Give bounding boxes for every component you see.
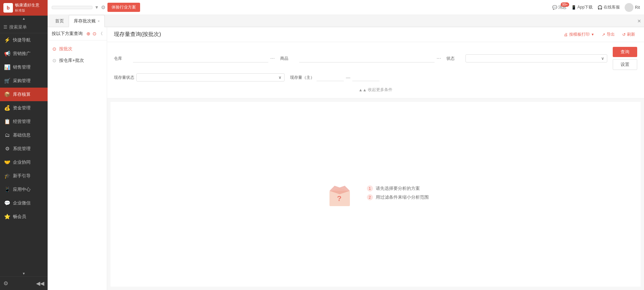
sidebar-item-sales[interactable]: 📊 销售管理 — [0, 60, 48, 74]
product-picker-btn[interactable]: ··· — [437, 55, 441, 61]
app-name: 畅康通好生意 — [15, 3, 39, 8]
scheme-active-icon: ⊙ — [52, 46, 56, 52]
product-input[interactable] — [299, 55, 435, 62]
refresh-btn[interactable]: ↺ 刷新 — [620, 31, 637, 38]
collapse-icon: ▲▲ — [359, 88, 367, 92]
collapse-more-conditions-btn[interactable]: ▲▲ 收起更多条件 — [114, 85, 637, 95]
filter-schemes-header: 按以下方案查询 ⊕ ⊙ 《 — [48, 27, 107, 40]
export-btn[interactable]: ↗ 导出 — [600, 31, 617, 38]
stock-qty-filter-group: 现存量（主） — — [290, 74, 461, 81]
empty-state: ? 1 请先选择要分析的方案 2 用过滤条件来缩小分析范围 — [111, 102, 641, 287]
warehouse-input[interactable] — [133, 55, 268, 62]
topbar-dropdown-icon[interactable]: ▼ — [95, 5, 99, 10]
message-icon: 💬 — [552, 5, 557, 10]
scheme-inactive-icon: ⊙ — [52, 58, 56, 63]
sidebar-item-label: 库存核算 — [13, 91, 31, 97]
tabs-bar: 首页 库存批次账 × ✕ — [48, 15, 644, 27]
sidebar-item-label: 经营管理 — [13, 119, 31, 125]
step-1-text: 请先选择要分析的方案 — [376, 185, 420, 192]
sidebar-item-system[interactable]: ⚙ 系统管理 — [0, 142, 48, 156]
sidebar-item-basic[interactable]: 🗂 基础信息 — [0, 128, 48, 142]
sidebar-item-label: 采购管理 — [13, 78, 31, 84]
user-menu[interactable]: Rit — [625, 3, 640, 12]
operations-icon: 📋 — [4, 119, 10, 125]
sidebar-item-operations[interactable]: 📋 经营管理 — [0, 115, 48, 128]
sidebar-item-newbie[interactable]: 🎓 新手引导 — [0, 169, 48, 183]
content-area: 按以下方案查询 ⊕ ⊙ 《 ⊙ 按批次 ⊙ 按仓库+批次 — [48, 27, 644, 290]
export-icon: ↗ — [602, 32, 605, 37]
empty-step-2: 2 用过滤条件来缩小分析范围 — [367, 194, 429, 200]
app-download-btn[interactable]: 📱 App下载 — [571, 4, 593, 10]
chevron-down-icon: ∨ — [278, 75, 282, 80]
filter-scheme-item-batch[interactable]: ⊙ 按批次 — [48, 43, 107, 55]
online-service-label: 在线客服 — [604, 4, 620, 10]
sidebar-item-marketing[interactable]: 📢 营销推广 — [0, 47, 48, 60]
query-btn[interactable]: 查询 — [613, 47, 637, 57]
experience-btn[interactable]: 体验行业方案 — [107, 3, 140, 12]
phone-icon: 📱 — [571, 5, 576, 10]
sidebar-item-label: 销售管理 — [13, 64, 31, 70]
scheme-settings-btn[interactable]: ⊙ — [92, 31, 97, 36]
sidebar-item-label: 快捷导航 — [13, 37, 31, 43]
warehouse-label: 仓库 — [114, 56, 131, 61]
topbar-search-input[interactable] — [52, 6, 92, 9]
empty-illustration: ? — [323, 177, 357, 211]
product-label: 商品 — [280, 56, 297, 61]
print-template-btn[interactable]: 🖨 按模板打印 ▼ — [562, 31, 596, 38]
sidebar-header: b 畅康通好生意 标准版 — [0, 0, 48, 16]
messages-btn[interactable]: 💬 消息 99+ — [552, 4, 566, 10]
svg-text:?: ? — [337, 194, 341, 203]
warehouse-picker-btn[interactable]: ··· — [270, 55, 275, 61]
sidebar-item-apps[interactable]: 📱 应用中心 — [0, 183, 48, 196]
newbie-icon: 🎓 — [4, 173, 10, 179]
tab-home-label: 首页 — [55, 18, 64, 24]
setting-btn[interactable]: 设置 — [613, 59, 637, 70]
sidebar-scroll-up[interactable]: ▲ — [0, 16, 48, 21]
status-label: 状态 — [446, 56, 463, 61]
sidebar-item-quick-nav[interactable]: ⚡ 快捷导航 — [0, 33, 48, 47]
print-dropdown-icon[interactable]: ▼ — [591, 33, 594, 36]
inventory-icon: 📦 — [4, 91, 10, 97]
enterprise-icon: 🤝 — [4, 159, 10, 165]
collapse-panel-btn[interactable]: 《 — [99, 31, 103, 37]
status-select[interactable]: ∨ — [465, 54, 607, 62]
sidebar-search[interactable]: ☰ 搜索菜单 — [0, 21, 48, 33]
filter-scheme-label: 按仓库+批次 — [59, 57, 84, 64]
tab-inventory-batch[interactable]: 库存批次账 × — [69, 15, 105, 27]
online-service-btn[interactable]: 🎧 在线客服 — [597, 4, 620, 10]
system-icon: ⚙ — [4, 146, 10, 152]
filter-schemes-title: 按以下方案查询 — [52, 31, 83, 37]
sidebar-item-label: 企业微信 — [13, 200, 31, 206]
stock-status-select[interactable]: ∨ — [136, 73, 285, 81]
avatar — [625, 3, 633, 12]
app-version: 标准版 — [15, 8, 39, 13]
sidebar-item-label: 新手引导 — [13, 173, 31, 179]
service-icon: 🎧 — [597, 5, 603, 10]
collapse-sidebar-icon[interactable]: ◀◀ — [36, 280, 44, 287]
step-1-number: 1 — [367, 185, 373, 192]
filter-schemes-panel: 按以下方案查询 ⊕ ⊙ 《 ⊙ 按批次 ⊙ 按仓库+批次 — [48, 27, 107, 290]
sidebar-item-label: 资金管理 — [13, 105, 31, 111]
sidebar-item-finance[interactable]: 💰 资金管理 — [0, 101, 48, 115]
topbar-gear-icon[interactable]: ⚙ — [101, 4, 105, 11]
sidebar-item-inventory[interactable]: 📦 库存核算 — [0, 88, 48, 101]
tab-home[interactable]: 首页 — [50, 15, 69, 27]
stock-qty-min-input[interactable] — [317, 74, 344, 81]
username: Rit — [635, 5, 640, 10]
sidebar-item-member[interactable]: ⭐ 畅会员 — [0, 210, 48, 223]
add-scheme-btn[interactable]: ⊕ — [86, 31, 90, 36]
collapse-label: 收起更多条件 — [368, 87, 392, 93]
filter-scheme-item-warehouse-batch[interactable]: ⊙ 按仓库+批次 — [48, 55, 107, 66]
sidebar-scroll-down[interactable]: ▼ — [0, 271, 48, 276]
query-buttons: 查询 设置 — [613, 47, 637, 70]
close-all-tabs-btn[interactable]: ✕ — [637, 18, 641, 24]
sidebar-item-enterprise[interactable]: 🤝 企业协同 — [0, 156, 48, 169]
sidebar-item-wechat[interactable]: 💬 企业微信 — [0, 196, 48, 210]
tab-close-icon[interactable]: × — [98, 19, 100, 23]
empty-steps: 1 请先选择要分析的方案 2 用过滤条件来缩小分析范围 — [367, 185, 429, 203]
step-2-number: 2 — [367, 194, 373, 200]
stock-qty-max-input[interactable] — [352, 74, 379, 81]
settings-icon[interactable]: ⚙ — [3, 280, 8, 287]
sidebar-item-purchase[interactable]: 🛒 采购管理 — [0, 74, 48, 88]
sidebar-footer: ⚙ ◀◀ — [0, 276, 48, 290]
